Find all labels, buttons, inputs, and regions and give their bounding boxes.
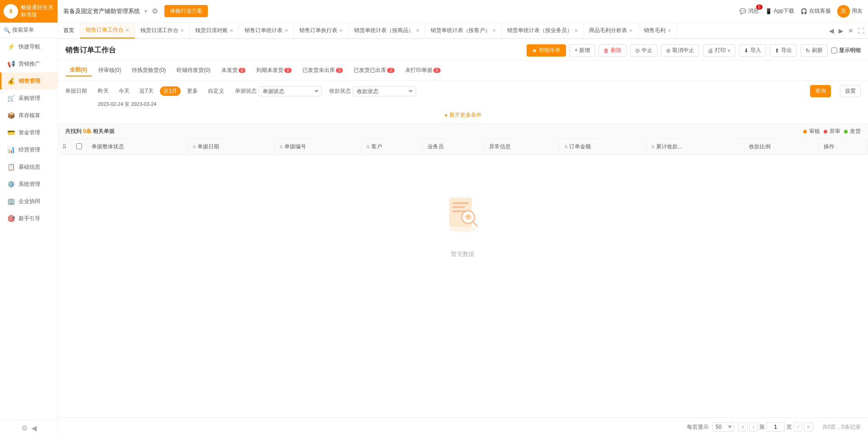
sidebar-item-guide[interactable]: 🎯 新手引导	[0, 210, 58, 227]
refresh-button[interactable]: ↻ 刷新	[801, 44, 828, 57]
sidebar-item-purchase[interactable]: 🛒 采购管理	[0, 90, 58, 107]
chip-yesterday[interactable]: 昨天	[94, 86, 112, 96]
query-button[interactable]: 查询	[810, 85, 831, 97]
content: 销售订单工作台 ★ 智能生单 + 新增 🗑 删除 ⊙ 中止 ⊘	[58, 39, 868, 436]
tab-sales-order-stats[interactable]: 销售订单统计表 ✕	[239, 23, 294, 38]
tab-close-sales-order-stats[interactable]: ✕	[284, 28, 288, 33]
tab-cash-reconcile[interactable]: 钱货日清对账 ✕	[190, 23, 239, 38]
tab-close-sales-stats-product[interactable]: ✕	[416, 28, 419, 33]
last-page-btn[interactable]: »	[804, 422, 813, 431]
tab-close-product-margin[interactable]: ✕	[629, 28, 633, 33]
sidebar-item-system[interactable]: ⚙️ 系统管理	[0, 175, 58, 193]
settings-button[interactable]: 设置	[840, 85, 861, 97]
import-button[interactable]: ⬇ 导入	[739, 44, 766, 57]
tab-close-cash-reconcile[interactable]: ✕	[230, 28, 233, 33]
expand-filter-btn[interactable]: ▾ 展开更多条件	[445, 111, 482, 119]
sub-tab-not-shipped[interactable]: 未发货0	[217, 65, 250, 76]
sub-tab-shipped-out[interactable]: 已发货已出库0	[349, 65, 399, 76]
tab-close-sales-stats-customer[interactable]: ✕	[492, 28, 496, 33]
sort-icon[interactable]: ⇅	[192, 144, 196, 149]
sub-tab-expired-not-shipped[interactable]: 到期未发货0	[252, 65, 296, 76]
user-btn[interactable]: 友 用友	[837, 5, 863, 18]
tabs-fullscreen-btn[interactable]: ⛶	[856, 26, 866, 35]
delete-button[interactable]: 🗑 删除	[599, 44, 627, 57]
next-page-btn[interactable]: ›	[794, 422, 802, 431]
tab-cash-daily[interactable]: 钱货日清工作台 ✕	[135, 23, 190, 38]
tabs-close-all-btn[interactable]: ✕	[846, 26, 855, 35]
suspend-button[interactable]: ⊙ 中止	[630, 44, 657, 57]
sub-tab-wangpu[interactable]: 旺铺待发货(0)	[172, 65, 215, 76]
tab-sales-order-exec[interactable]: 销售订单执行表 ✕	[294, 23, 349, 38]
select-all-checkbox[interactable]	[76, 143, 82, 149]
tab-close-sales-order-workbench[interactable]: ✕	[125, 28, 129, 33]
sort-icon-customer[interactable]: ⇅	[366, 144, 370, 149]
sidebar-item-marketing[interactable]: 📢 营销推广	[0, 55, 58, 72]
tab-home[interactable]: 首页	[58, 23, 80, 38]
sub-tab-pending-review[interactable]: 待审核(0)	[94, 65, 126, 76]
industry-btn[interactable]: 体验行业方案	[164, 5, 208, 17]
chip-1month[interactable]: 近1月	[160, 86, 181, 96]
sort-icon-amount[interactable]: ⇅	[564, 144, 568, 149]
add-button[interactable]: + 新增	[570, 44, 595, 57]
show-detail-checkbox[interactable]	[831, 47, 837, 53]
tabs-nav: ◀ ▶ ✕ ⛶	[825, 26, 868, 35]
topbar-gear-icon[interactable]: ⚙	[152, 7, 158, 15]
collect-select[interactable]: 收款状态	[353, 86, 416, 96]
chip-today[interactable]: 今天	[115, 86, 133, 96]
tabs-next-btn[interactable]: ▶	[837, 26, 845, 35]
tab-close-sales-order-exec[interactable]: ✕	[339, 28, 343, 33]
sub-tab-pending-inspect[interactable]: 待拣货验货(0)	[127, 65, 170, 76]
sidebar-item-operation[interactable]: 📊 经营管理	[0, 141, 58, 158]
sidebar-item-enterprise[interactable]: 🏢 企业协同	[0, 193, 58, 210]
message-icon: 💬	[739, 8, 746, 14]
search-menu[interactable]: 🔍 搜索菜单	[0, 23, 58, 38]
empty-text: 暂无数据	[451, 250, 475, 258]
review-action-btn[interactable]: 审核	[803, 128, 820, 135]
sidebar-item-quick-nav[interactable]: ⚡ 快捷导航	[0, 38, 58, 55]
tab-close-sales-stats-staff[interactable]: ✕	[574, 28, 578, 33]
sidebar-item-inventory[interactable]: 📦 库存核算	[0, 107, 58, 124]
system-icon: ⚙️	[7, 180, 15, 188]
svg-point-0	[449, 227, 476, 232]
tab-sales-stats-customer[interactable]: 销货单统计表（按客户） ✕	[425, 23, 502, 38]
tabs-prev-btn[interactable]: ◀	[827, 26, 836, 35]
sort-icon-number[interactable]: ⇅	[279, 144, 283, 149]
quick-nav-icon: ⚡	[7, 43, 15, 51]
online-service-btn[interactable]: 🎧 在线客服	[801, 7, 831, 15]
print-button[interactable]: 🖨 打印 ▾	[703, 44, 735, 57]
first-page-btn[interactable]: «	[738, 422, 748, 431]
settings-bottom-icon[interactable]: ⚙	[21, 424, 28, 432]
tab-product-margin[interactable]: 商品毛利分析表 ✕	[584, 23, 638, 38]
th-status: 单据整体状态	[87, 139, 188, 155]
sort-icon-collected[interactable]: ⇅	[651, 144, 655, 149]
show-detail-checkbox-label[interactable]: 显示明细	[831, 47, 861, 54]
prev-page-btn[interactable]: ‹	[749, 422, 758, 431]
sub-tab-all[interactable]: 全部(0)	[65, 64, 92, 76]
tab-sales-profit[interactable]: 销售毛利 ✕	[638, 23, 677, 38]
message-badge: 6	[756, 5, 762, 9]
tab-close-sales-profit[interactable]: ✕	[667, 28, 671, 33]
smart-gen-button[interactable]: ★ 智能生单	[527, 44, 566, 57]
page-size-select[interactable]: 50 20 100 200	[712, 422, 734, 431]
ship-action-btn[interactable]: 发货	[844, 128, 861, 135]
sub-tab-shipped-not-out[interactable]: 已发货未出库0	[298, 65, 348, 76]
tab-close-cash-daily[interactable]: ✕	[180, 28, 184, 33]
tab-sales-stats-product[interactable]: 销货单统计表（按商品） ✕	[349, 23, 425, 38]
tab-sales-order-workbench[interactable]: 销售订单工作台 ✕	[80, 23, 135, 38]
collapse-sidebar-icon[interactable]: ◀	[31, 424, 37, 432]
chip-7days[interactable]: 近7天	[136, 86, 157, 96]
export-button[interactable]: ⬆ 导出	[770, 44, 797, 57]
status-select[interactable]: 单据状态	[259, 86, 322, 96]
revoke-action-btn[interactable]: 弃审	[824, 128, 840, 135]
sidebar-item-finance[interactable]: 💳 资金管理	[0, 124, 58, 141]
message-btn[interactable]: 💬 6 消息	[739, 7, 759, 15]
sidebar-item-basic-info[interactable]: 📋 基础信息	[0, 158, 58, 175]
tab-sales-stats-staff[interactable]: 销货单统计表（按业务员） ✕	[502, 23, 584, 38]
page-number-input[interactable]	[767, 422, 785, 431]
chip-custom[interactable]: 自定义	[204, 86, 228, 96]
sidebar-item-sales[interactable]: 💰 销售管理	[0, 72, 58, 90]
sub-tab-not-printed[interactable]: 未打印单据0	[401, 65, 445, 76]
chip-more[interactable]: 更多	[183, 86, 201, 96]
app-download-btn[interactable]: 📱 App下载	[765, 7, 794, 15]
cancel-suspend-button[interactable]: ⊘ 取消中止	[661, 44, 699, 57]
